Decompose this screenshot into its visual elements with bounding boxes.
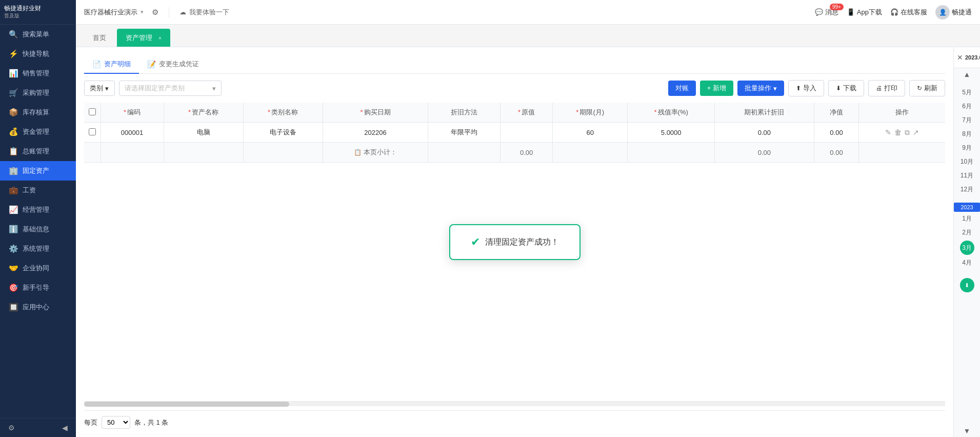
content-main: 📄 资产明细 📝 变更生成凭证 类别 ▾ 请选择固定资产类别 (76, 47, 953, 437)
month-8[interactable]: 8月 (954, 127, 980, 141)
topbar-right: 💬 消息 99+ 📱 App下载 🎧 在线客服 👤 畅捷通 (815, 5, 972, 19)
subtotal-empty-3 (164, 143, 243, 163)
fixed-assets-icon: 🏢 (8, 166, 18, 175)
pagination: 每页 50 100 200 条，共 1 条 (84, 410, 945, 429)
month-1[interactable]: 1月 (954, 212, 980, 226)
delete-icon[interactable]: 🗑 (894, 128, 902, 136)
sidebar-item-enterprise[interactable]: 🤝 企业协同 (0, 259, 76, 278)
tab-close-icon[interactable]: × (158, 35, 162, 41)
sidebar-item-app-center[interactable]: 🔲 应用中心 (0, 297, 76, 317)
app-logo: 畅捷通好业财 (4, 5, 41, 13)
avatar: 👤 (935, 5, 950, 19)
sidebar-item-inventory[interactable]: 📦 库存核算 (0, 103, 76, 122)
month-11[interactable]: 11月 (954, 169, 980, 183)
sidebar-item-funds[interactable]: 💰 资金管理 (0, 122, 76, 142)
month-2[interactable]: 2月 (954, 226, 980, 240)
toast-message: 清理固定资产成功！ (485, 237, 559, 248)
experience-label: 我要体验一下 (189, 8, 229, 17)
search-icon: 🔍 (8, 30, 18, 39)
sidebar-item-label: 销售管理 (23, 69, 49, 78)
panel-download-icon[interactable]: ⬇ (960, 278, 974, 292)
sidebar-footer: ⚙ ◀ (0, 418, 76, 437)
topbar: 医疗器械行业演示 ▾ ⚙ ☁ 我要体验一下 💬 消息 99+ 📱 App下载 🎧… (76, 0, 980, 25)
sub-tab-asset-detail[interactable]: 📄 资产明细 (84, 55, 139, 74)
settings-gear-icon[interactable]: ⚙ (152, 8, 158, 17)
sidebar-item-label: 资金管理 (23, 127, 49, 136)
sidebar-item-fixed-assets[interactable]: 🏢 固定资产 (0, 161, 76, 181)
download-button[interactable]: ⬇ 下载 (828, 80, 864, 96)
row-checkbox[interactable] (89, 128, 96, 135)
sidebar-item-system[interactable]: ⚙️ 系统管理 (0, 239, 76, 259)
month-6[interactable]: 6月 (954, 100, 980, 113)
tab-home[interactable]: 首页 (84, 29, 115, 47)
month-7[interactable]: 7月 (954, 113, 980, 127)
category-filter[interactable]: 类别 ▾ (84, 81, 115, 96)
subtotal-initial: 0.00 (715, 143, 814, 163)
sidebar-item-guide[interactable]: 🎯 新手引导 (0, 278, 76, 297)
subtotal-empty-6 (553, 143, 628, 163)
batch-button[interactable]: 批量操作 ▾ (737, 81, 784, 96)
month-12[interactable]: 12月 (954, 183, 980, 196)
current-year-label: 2023 (954, 203, 980, 212)
success-toast: ✔ 清理固定资产成功！ (449, 224, 581, 260)
print-button[interactable]: 🖨 打印 (868, 80, 905, 96)
active-month-wrap: 3月 (954, 240, 980, 256)
sidebar-item-sales[interactable]: 📊 销售管理 (0, 64, 76, 83)
td-code: 000001 (101, 123, 164, 143)
sidebar-item-search[interactable]: 🔍 搜索菜单 (0, 25, 76, 44)
month-5[interactable]: 5月 (954, 86, 980, 100)
sidebar-item-operations[interactable]: 📈 经营管理 (0, 200, 76, 220)
app-download-btn[interactable]: 📱 App下载 (847, 8, 882, 17)
experience-btn[interactable]: ☁ 我要体验一下 (179, 8, 229, 17)
horizontal-scrollbar[interactable] (84, 401, 945, 406)
download-icon: 📱 (847, 8, 855, 16)
operations-icon: 📈 (8, 205, 18, 214)
sub-tab-change-voucher[interactable]: 📝 变更生成凭证 (139, 55, 207, 74)
reconcile-label: 对账 (675, 84, 689, 93)
th-net-value: 净值 (814, 103, 859, 123)
online-service-btn[interactable]: 🎧 在线客服 (890, 8, 927, 17)
month-9[interactable]: 9月 (954, 141, 980, 155)
new-button[interactable]: + 新增 (700, 81, 733, 96)
th-original-value: *原值 (501, 103, 553, 123)
settings-icon[interactable]: ⚙ (8, 424, 15, 432)
subtotal-empty-4 (243, 143, 323, 163)
year-section-current: 2023 1月 2月 3月 4月 (954, 200, 980, 273)
subtotal-empty-8 (859, 143, 945, 163)
tab-asset-mgmt[interactable]: 资产管理 × (117, 29, 170, 47)
user-menu[interactable]: 👤 畅捷通 (935, 5, 972, 19)
company-selector[interactable]: 医疗器械行业演示 ▾ (84, 8, 144, 17)
export-button[interactable]: ⬆ 导入 (788, 80, 824, 96)
th-purchase-date: *购买日期 (323, 103, 428, 123)
panel-nav-down[interactable]: ▼ (954, 425, 980, 437)
panel-nav-up[interactable]: ▲ (954, 68, 980, 81)
category-input[interactable]: 请选择固定资产类别 ▾ (119, 81, 222, 96)
reconcile-button[interactable]: 对账 (668, 81, 696, 96)
month-3[interactable]: 3月 (960, 241, 974, 255)
select-all-checkbox[interactable] (89, 108, 96, 115)
sidebar-item-label: 应用中心 (23, 303, 49, 312)
month-4[interactable]: 4月 (954, 256, 980, 270)
th-checkbox (84, 103, 101, 123)
ledger-icon: 📋 (8, 147, 18, 156)
basic-info-icon: ℹ️ (8, 225, 18, 234)
toolbar: 类别 ▾ 请选择固定资产类别 ▾ 对账 + 新增 (84, 80, 945, 96)
sidebar-item-ledger[interactable]: 📋 总账管理 (0, 142, 76, 161)
sidebar-item-basic-info[interactable]: ℹ️ 基础信息 (0, 220, 76, 239)
more-icon[interactable]: ↗ (913, 128, 919, 136)
per-page-select[interactable]: 50 100 200 (102, 416, 130, 429)
month-10[interactable]: 10月 (954, 155, 980, 169)
edit-icon[interactable]: ✎ (885, 128, 891, 136)
sidebar-item-label: 经营管理 (23, 205, 49, 214)
collapse-icon[interactable]: ◀ (62, 424, 68, 432)
copy-icon[interactable]: ⧉ (905, 128, 910, 137)
sidebar-item-payroll[interactable]: 💼 工资 (0, 181, 76, 200)
sidebar-item-label: 快捷导航 (23, 49, 49, 58)
messages-btn[interactable]: 💬 消息 99+ (815, 8, 838, 17)
sidebar-item-purchase[interactable]: 🛒 采购管理 (0, 83, 76, 103)
panel-close-icon[interactable]: ✕ (957, 53, 963, 62)
refresh-button[interactable]: ↻ 刷新 (909, 80, 945, 96)
sidebar-item-quick-nav[interactable]: ⚡ 快捷导航 (0, 44, 76, 64)
content-area: 📄 资产明细 📝 变更生成凭证 类别 ▾ 请选择固定资产类别 (76, 47, 980, 437)
scroll-thumb[interactable] (84, 402, 289, 407)
